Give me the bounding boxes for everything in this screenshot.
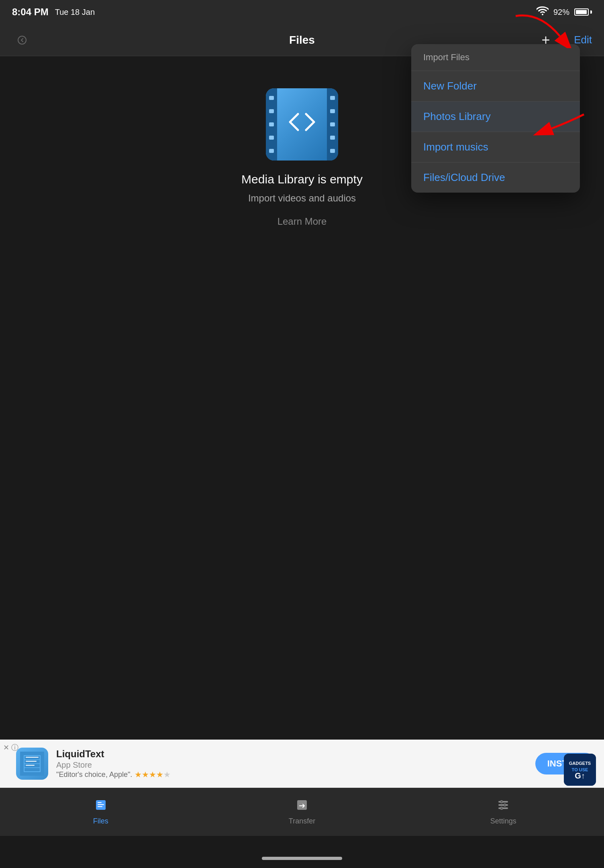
- svg-rect-8: [297, 800, 307, 810]
- ad-info: LiquidText App Store "Editor's choice, A…: [56, 748, 527, 779]
- ad-close-button[interactable]: ✕ ⓘ: [3, 743, 18, 752]
- svg-point-0: [18, 36, 26, 44]
- settings-tab-label: Settings: [490, 817, 516, 825]
- app-icon: [266, 88, 338, 161]
- svg-text:GADGETS: GADGETS: [569, 761, 591, 766]
- svg-text:G↑: G↑: [575, 771, 585, 780]
- transfer-icon-graphic: [286, 110, 318, 139]
- svg-point-12: [500, 801, 503, 803]
- status-right: 92%: [537, 6, 592, 18]
- tab-transfer[interactable]: Transfer: [201, 799, 402, 825]
- status-left: 8:04 PM Tue 18 Jan: [12, 6, 95, 18]
- battery-percentage: 92%: [553, 8, 569, 17]
- transfer-tab-icon: [296, 799, 308, 815]
- learn-more-link[interactable]: Learn More: [278, 216, 327, 227]
- svg-rect-7: [98, 806, 102, 807]
- svg-point-14: [500, 807, 503, 809]
- import-musics-item[interactable]: Import musics: [411, 132, 580, 163]
- files-icloud-drive-item[interactable]: Files/iCloud Drive: [411, 163, 580, 193]
- empty-title: Media Library is empty: [241, 173, 363, 186]
- status-date: Tue 18 Jan: [55, 8, 95, 17]
- ad-banner: ✕ ⓘ LiquidText App Store "Editor's choic…: [0, 740, 604, 788]
- page-title: Files: [289, 34, 315, 47]
- ad-tagline: "Editor's choice, Apple".: [56, 770, 132, 779]
- home-indicator: [262, 857, 342, 860]
- photos-library-item[interactable]: Photos Library: [411, 102, 580, 132]
- ad-stars: ★★★★★: [135, 770, 171, 779]
- wifi-icon: [537, 6, 549, 18]
- transfer-tab-label: Transfer: [289, 817, 315, 825]
- svg-rect-6: [98, 804, 104, 805]
- edit-button[interactable]: Edit: [574, 34, 592, 46]
- svg-point-13: [504, 804, 506, 806]
- settings-tab-icon: [497, 799, 510, 815]
- files-tab-icon: [94, 799, 107, 815]
- tab-files[interactable]: Files: [0, 799, 201, 825]
- dropdown-menu: Import Files New Folder Photos Library I…: [411, 44, 580, 193]
- ad-app-name: LiquidText: [56, 748, 527, 760]
- svg-rect-10: [498, 804, 508, 806]
- status-time: 8:04 PM: [12, 6, 49, 18]
- ad-store-label: App Store: [56, 760, 527, 770]
- watermark-text: GADGETS TO USE G↑: [564, 754, 596, 786]
- ad-app-icon: [16, 748, 48, 780]
- dropdown-header: Import Files: [411, 44, 580, 71]
- files-tab-label: Files: [93, 817, 108, 825]
- svg-rect-11: [498, 807, 508, 809]
- watermark: GADGETS TO USE G↑: [564, 754, 596, 786]
- svg-rect-5: [98, 802, 102, 803]
- tab-settings[interactable]: Settings: [403, 799, 604, 825]
- svg-rect-9: [498, 801, 508, 803]
- status-bar: 8:04 PM Tue 18 Jan 92%: [0, 0, 604, 24]
- battery-icon: [574, 8, 592, 16]
- new-folder-item[interactable]: New Folder: [411, 71, 580, 102]
- back-button[interactable]: [12, 30, 32, 50]
- empty-subtitle: Import videos and audios: [248, 193, 356, 204]
- tab-bar: Files Transfer Settings: [0, 788, 604, 836]
